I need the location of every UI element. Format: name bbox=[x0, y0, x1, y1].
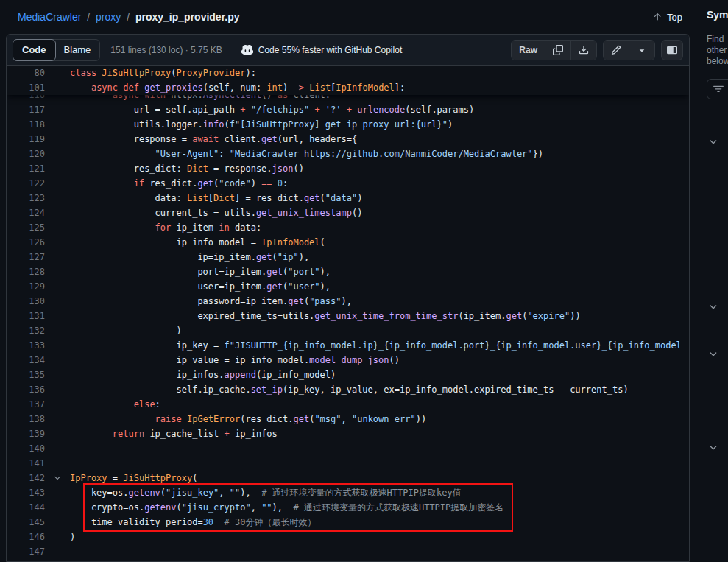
code-content: 116 async with httpx.AsyncClient() as cl… bbox=[7, 88, 689, 559]
line-number[interactable]: 120 bbox=[7, 147, 45, 161]
code-text: res_dict: Dict = response.json() bbox=[70, 161, 304, 176]
line-number[interactable]: 143 bbox=[7, 485, 45, 500]
code-line: 127 ip=ip_item.get("ip"), bbox=[7, 250, 689, 264]
line-number[interactable]: 134 bbox=[7, 353, 45, 368]
code-text: response = await client.get(url, headers… bbox=[70, 132, 357, 147]
line-number[interactable]: 137 bbox=[7, 397, 45, 412]
symbols-filter-input[interactable] bbox=[707, 79, 728, 99]
line-number[interactable]: 122 bbox=[7, 176, 45, 191]
chevron-down-icon[interactable] bbox=[708, 349, 718, 362]
file-toolbar: Code Blame 151 lines (130 loc) · 5.75 KB… bbox=[7, 35, 689, 66]
code-text: port=ip_item.get("port"), bbox=[70, 264, 331, 279]
line-number[interactable]: 140 bbox=[7, 441, 45, 456]
line-number[interactable]: 139 bbox=[7, 426, 45, 441]
code-line: 146) bbox=[7, 530, 689, 544]
collapse-chevron-icon[interactable] bbox=[45, 474, 70, 482]
line-number[interactable]: 133 bbox=[7, 338, 45, 353]
back-to-top-button[interactable]: Top bbox=[652, 12, 682, 23]
code-text: return ip_cache_list + ip_infos bbox=[70, 426, 278, 441]
line-number[interactable]: 131 bbox=[7, 309, 45, 323]
download-icon bbox=[579, 45, 589, 55]
code-line: 132 ) bbox=[7, 323, 689, 338]
line-number[interactable]: 119 bbox=[7, 132, 45, 147]
symbols-panel-toggle-button[interactable] bbox=[661, 40, 683, 60]
line-number[interactable]: 129 bbox=[7, 279, 45, 294]
line-number[interactable]: 144 bbox=[7, 500, 45, 515]
line-number[interactable]: 142 bbox=[7, 471, 45, 485]
copilot-icon bbox=[241, 44, 253, 56]
code-text: ip_infos.append(ip_info_model) bbox=[70, 368, 336, 382]
code-line: 147 bbox=[7, 544, 689, 559]
breadcrumb-repo-link[interactable]: MediaCrawler bbox=[18, 11, 81, 23]
sticky-context-lines: 80class JiSuHttpProxy(ProxyProvider):101… bbox=[7, 66, 689, 95]
code-line: 126 ip_info_model = IpInfoModel( bbox=[7, 235, 689, 250]
code-line: 134 ip_value = ip_info_model.model_dump_… bbox=[7, 353, 689, 368]
chevron-down-icon[interactable] bbox=[708, 302, 718, 315]
copilot-banner[interactable]: Code 55% faster with GitHub Copilot bbox=[241, 44, 402, 56]
code-line: 80class JiSuHttpProxy(ProxyProvider): bbox=[7, 66, 689, 80]
code-line: 123 data: List[Dict] = res_dict.get("dat… bbox=[7, 191, 689, 206]
chevron-down-icon[interactable] bbox=[708, 443, 718, 456]
code-line: 135 ip_infos.append(ip_info_model) bbox=[7, 368, 689, 382]
code-line: 138 raise IpGetError(res_dict.get("msg",… bbox=[7, 412, 689, 426]
code-text: class JiSuHttpProxy(ProxyProvider): bbox=[70, 66, 256, 80]
line-number[interactable]: 147 bbox=[7, 544, 45, 559]
breadcrumb-separator: / bbox=[87, 11, 90, 23]
side-panel-icon bbox=[667, 45, 677, 55]
code-text: url = self.api_path + "/fetchips" + '?' … bbox=[70, 102, 474, 117]
line-number[interactable]: 132 bbox=[7, 323, 45, 338]
code-text: current_ts = utils.get_unix_timestamp() bbox=[70, 206, 362, 220]
code-line: 143 key=os.getenv("jisu_key", ""), # 通过环… bbox=[7, 485, 689, 500]
line-number[interactable]: 124 bbox=[7, 206, 45, 220]
edit-button[interactable] bbox=[604, 41, 629, 60]
code-line: 125 for ip_item in data: bbox=[7, 220, 689, 235]
code-line: 101 async def get_proxies(self, num: int… bbox=[7, 80, 689, 95]
copy-icon bbox=[553, 45, 563, 55]
symbols-panel-description: Find other below bbox=[707, 34, 728, 67]
symbols-panel-title: Symbols bbox=[707, 9, 728, 21]
line-number[interactable]: 141 bbox=[7, 456, 45, 471]
line-number[interactable]: 126 bbox=[7, 235, 45, 250]
chevron-down-icon[interactable] bbox=[708, 137, 718, 150]
download-button[interactable] bbox=[570, 41, 596, 60]
code-text: password=ip_item.get("pass"), bbox=[70, 294, 352, 309]
code-line: 122 if res_dict.get("code") == 0: bbox=[7, 176, 689, 191]
line-number[interactable]: 128 bbox=[7, 264, 45, 279]
line-number[interactable]: 125 bbox=[7, 220, 45, 235]
line-number[interactable]: 101 bbox=[7, 80, 45, 95]
arrow-up-icon bbox=[652, 12, 662, 22]
line-number[interactable]: 130 bbox=[7, 294, 45, 309]
line-number[interactable]: 136 bbox=[7, 382, 45, 397]
code-line: 141 bbox=[7, 456, 689, 471]
line-number[interactable]: 118 bbox=[7, 117, 45, 132]
line-number[interactable]: 121 bbox=[7, 161, 45, 176]
tab-code[interactable]: Code bbox=[13, 39, 56, 61]
line-number[interactable]: 146 bbox=[7, 530, 45, 544]
line-number[interactable]: 80 bbox=[7, 66, 45, 80]
line-number[interactable]: 123 bbox=[7, 191, 45, 206]
symbols-panel: Symbols Find other below bbox=[696, 0, 728, 562]
edit-dropdown-button[interactable] bbox=[629, 41, 654, 60]
code-text: crypto=os.getenv("jisu_crypto", ""), # 通… bbox=[70, 500, 503, 515]
copilot-banner-text: Code 55% faster with GitHub Copilot bbox=[258, 45, 402, 55]
edit-actions-group bbox=[603, 40, 655, 60]
filter-icon bbox=[713, 84, 724, 94]
tab-blame[interactable]: Blame bbox=[54, 39, 101, 61]
code-line: 131 expired_time_ts=utils.get_unix_time_… bbox=[7, 309, 689, 323]
line-number[interactable]: 117 bbox=[7, 102, 45, 117]
line-number[interactable]: 135 bbox=[7, 368, 45, 382]
copy-button[interactable] bbox=[545, 41, 570, 60]
code-line: 145 time_validity_period=30 # 30分钟（最长时效） bbox=[7, 515, 689, 530]
line-number[interactable]: 145 bbox=[7, 515, 45, 530]
breadcrumb-folder-link[interactable]: proxy bbox=[96, 11, 121, 23]
code-line: 120 "User-Agent": "MediaCrawler https://… bbox=[7, 147, 689, 161]
line-number[interactable]: 127 bbox=[7, 250, 45, 264]
code-text: ip_key = f"JISUHTTP_{ip_info_model.ip}_{… bbox=[70, 338, 682, 353]
line-number[interactable]: 138 bbox=[7, 412, 45, 426]
file-meta-info: 151 lines (130 loc) · 5.75 KB bbox=[110, 45, 222, 55]
code-line: 139 return ip_cache_list + ip_infos bbox=[7, 426, 689, 441]
file-content-box: Code Blame 151 lines (130 loc) · 5.75 KB… bbox=[6, 34, 690, 562]
code-text: "User-Agent": "MediaCrawler https://gith… bbox=[70, 147, 543, 161]
raw-button[interactable]: Raw bbox=[512, 41, 545, 60]
code-text: raise IpGetError(res_dict.get("msg", "un… bbox=[70, 412, 426, 426]
